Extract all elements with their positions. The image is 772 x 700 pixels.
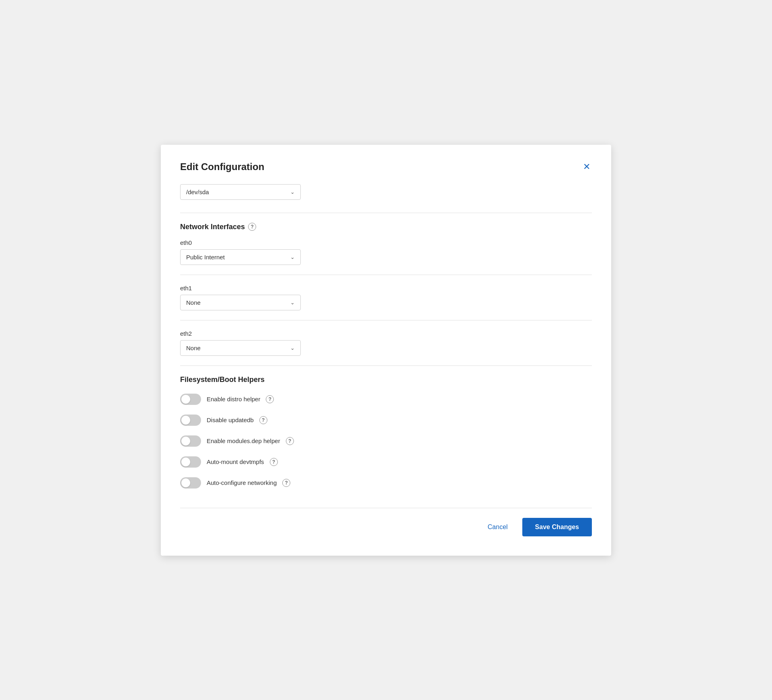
modal-header: Edit Configuration ✕ xyxy=(180,161,592,173)
modal-container: Edit Configuration ✕ /dev/sda ⌄ Network … xyxy=(161,145,611,556)
updatedb-help-icon[interactable]: ? xyxy=(259,416,267,424)
distro-helper-help-icon[interactable]: ? xyxy=(266,395,274,403)
devtmpfs-label: Auto-mount devtmpfs xyxy=(207,458,264,465)
eth1-label: eth1 xyxy=(180,285,592,291)
close-icon: ✕ xyxy=(583,162,590,172)
devtmpfs-toggle[interactable] xyxy=(180,456,201,468)
eth2-dropdown[interactable]: None ⌄ xyxy=(180,340,301,356)
devtmpfs-row: Auto-mount devtmpfs ? xyxy=(180,456,592,468)
device-dropdown-wrapper: /dev/sda ⌄ xyxy=(180,184,592,200)
updatedb-row: Disable updatedb ? xyxy=(180,415,592,426)
updatedb-toggle[interactable] xyxy=(180,415,201,426)
eth2-chevron-icon: ⌄ xyxy=(290,345,295,351)
modal-title: Edit Configuration xyxy=(180,161,264,172)
eth1-value: None xyxy=(186,299,201,306)
eth0-interface: eth0 Public Internet ⌄ xyxy=(180,239,592,265)
network-interfaces-section-header: Network Interfaces ? xyxy=(180,223,592,231)
auto-network-toggle[interactable] xyxy=(180,477,201,489)
modules-dep-help-icon[interactable]: ? xyxy=(286,437,294,445)
cancel-button[interactable]: Cancel xyxy=(480,519,516,535)
eth0-value: Public Internet xyxy=(186,254,225,261)
divider-2 xyxy=(180,275,592,275)
auto-network-help-icon[interactable]: ? xyxy=(282,479,290,487)
device-dropdown[interactable]: /dev/sda ⌄ xyxy=(180,184,301,200)
eth1-chevron-icon: ⌄ xyxy=(290,300,295,306)
modules-dep-toggle[interactable] xyxy=(180,435,201,447)
modules-dep-row: Enable modules.dep helper ? xyxy=(180,435,592,447)
close-button[interactable]: ✕ xyxy=(581,161,592,173)
eth2-interface: eth2 None ⌄ xyxy=(180,330,592,356)
filesystem-boot-helpers-title: Filesystem/Boot Helpers xyxy=(180,376,592,384)
eth1-interface: eth1 None ⌄ xyxy=(180,285,592,310)
distro-helper-toggle[interactable] xyxy=(180,394,201,405)
divider-1 xyxy=(180,213,592,213)
network-interfaces-title: Network Interfaces xyxy=(180,223,245,231)
eth2-label: eth2 xyxy=(180,330,592,337)
eth0-dropdown[interactable]: Public Internet ⌄ xyxy=(180,249,301,265)
eth0-chevron-icon: ⌄ xyxy=(290,254,295,260)
modules-dep-label: Enable modules.dep helper xyxy=(207,437,280,444)
auto-network-row: Auto-configure networking ? xyxy=(180,477,592,489)
eth0-label: eth0 xyxy=(180,239,592,246)
modal-footer: Cancel Save Changes xyxy=(180,508,592,536)
save-changes-button[interactable]: Save Changes xyxy=(522,518,592,536)
network-interfaces-help-icon[interactable]: ? xyxy=(248,223,256,231)
distro-helper-label: Enable distro helper xyxy=(207,396,260,402)
auto-network-label: Auto-configure networking xyxy=(207,479,277,486)
devtmpfs-help-icon[interactable]: ? xyxy=(270,458,278,466)
updatedb-label: Disable updatedb xyxy=(207,417,254,423)
chevron-down-icon: ⌄ xyxy=(290,189,295,195)
eth1-dropdown[interactable]: None ⌄ xyxy=(180,295,301,310)
divider-3 xyxy=(180,320,592,320)
eth2-value: None xyxy=(186,345,201,351)
divider-4 xyxy=(180,365,592,366)
device-dropdown-value: /dev/sda xyxy=(186,189,209,195)
filesystem-boot-helpers-section: Filesystem/Boot Helpers Enable distro he… xyxy=(180,376,592,489)
distro-helper-row: Enable distro helper ? xyxy=(180,394,592,405)
